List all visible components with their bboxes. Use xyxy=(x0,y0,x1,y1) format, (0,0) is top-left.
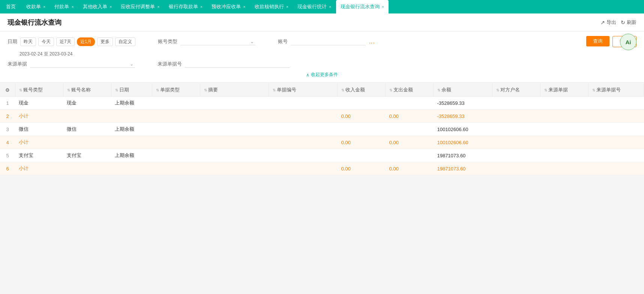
cell-source-doc-no xyxy=(588,123,644,136)
cell-account-name xyxy=(63,162,111,175)
cell-balance: -3528659.33 xyxy=(433,97,492,110)
close-icon[interactable]: × xyxy=(286,4,288,9)
date-btn-1month[interactable]: 近1月 xyxy=(77,37,95,46)
th-counter-name[interactable]: ⇅对方户名 xyxy=(492,84,540,97)
nav-tab-bank-flow[interactable]: 现金银行流水查询 × xyxy=(336,0,389,13)
filter-area: 日期 昨天 今天 近7天 近1月 更多 自定义 账号类型 现金 微信 支付宝 xyxy=(0,31,644,83)
cell-doc-type xyxy=(152,123,200,136)
top-navigation: 首页 收款单 × 付款单 × 其他收入单 × 应收应付调整单 × 银行存取款单 … xyxy=(0,0,644,13)
cell-balance: 19871073.60 xyxy=(433,162,492,175)
close-icon[interactable]: × xyxy=(157,4,159,9)
date-btn-more[interactable]: 更多 xyxy=(97,37,113,46)
cell-expense xyxy=(385,149,433,162)
nav-tab-payments[interactable]: 付款单 × xyxy=(50,0,78,13)
cell-counter-name xyxy=(492,149,540,162)
nav-tab-receipts[interactable]: 收款单 × xyxy=(22,0,50,13)
cell-expense: 0.00 xyxy=(385,110,433,123)
cell-source-doc xyxy=(540,149,588,162)
collapse-icon: ∧ xyxy=(306,72,309,78)
gear-icon[interactable]: ⚙ xyxy=(5,87,10,93)
data-table: ⚙ ⇅账号类型 ⇅账号名称 ⇅日期 ⇅单据类型 ⇅摘要 ⇅单据编 xyxy=(0,84,644,175)
date-btn-today[interactable]: 今天 xyxy=(38,37,54,46)
refresh-button[interactable]: ↻ 刷新 xyxy=(621,19,636,26)
row-num: 3 xyxy=(0,123,15,136)
ai-assistant-badge[interactable]: Ai xyxy=(620,34,636,50)
source-doc-no-filter-group: 来源单据号 xyxy=(158,60,290,68)
table-row: 6小计0.000.0019871073.60 xyxy=(0,162,644,175)
account-no-input[interactable] xyxy=(291,38,366,45)
account-no-dots-button[interactable]: ... xyxy=(369,38,375,45)
th-summary[interactable]: ⇅摘要 xyxy=(200,84,269,97)
th-income[interactable]: ⇅收入金额 xyxy=(337,84,385,97)
th-source-doc[interactable]: ⇅来源单据 xyxy=(540,84,588,97)
date-btn-7days[interactable]: 近7天 xyxy=(56,37,75,46)
nav-tab-bank-deposit[interactable]: 银行存取款单 × xyxy=(164,0,207,13)
date-btn-custom[interactable]: 自定义 xyxy=(115,37,135,46)
cell-income xyxy=(337,97,385,110)
th-doc-no[interactable]: ⇅单据编号 xyxy=(269,84,338,97)
query-button[interactable]: 查询 xyxy=(586,36,609,46)
th-balance[interactable]: ⇅余额 xyxy=(433,84,492,97)
cell-income xyxy=(337,123,385,136)
cell-balance: 19871073.60 xyxy=(433,149,492,162)
date-label: 日期 xyxy=(8,38,17,45)
cell-source-doc-no xyxy=(588,97,644,110)
close-icon[interactable]: × xyxy=(110,4,112,9)
th-doc-type[interactable]: ⇅单据类型 xyxy=(152,84,200,97)
th-date[interactable]: ⇅日期 xyxy=(111,84,152,97)
account-no-filter-group: 账号 ... xyxy=(278,38,375,45)
source-doc-select[interactable] xyxy=(30,60,135,68)
source-doc-no-input[interactable] xyxy=(185,60,290,68)
cell-doc-type xyxy=(152,110,200,123)
row-num: 5 xyxy=(0,149,15,162)
cell-summary xyxy=(200,162,269,175)
cell-source-doc-no xyxy=(588,162,644,175)
close-icon[interactable]: × xyxy=(71,4,74,9)
nav-home[interactable]: 首页 xyxy=(0,0,22,13)
cell-doc-no xyxy=(269,97,338,110)
cell-source-doc xyxy=(540,162,588,175)
th-account-type[interactable]: ⇅账号类型 xyxy=(15,84,63,97)
nav-tab-prepaid[interactable]: 预收冲应收单 × xyxy=(207,0,250,13)
th-expense[interactable]: ⇅支出金额 xyxy=(385,84,433,97)
cell-balance: 100102606.60 xyxy=(433,136,492,149)
cell-account-name xyxy=(63,136,111,149)
nav-tab-verification[interactable]: 收款核销执行 × xyxy=(250,0,293,13)
table-row: 5支付宝支付宝上期余额19871073.60 xyxy=(0,149,644,162)
date-btn-yesterday[interactable]: 昨天 xyxy=(20,37,36,46)
nav-tab-bank-stats[interactable]: 现金银行统计 × xyxy=(293,0,336,13)
close-icon[interactable]: × xyxy=(43,4,45,9)
cell-doc-type xyxy=(152,97,200,110)
account-type-select[interactable]: 现金 微信 支付宝 xyxy=(180,38,255,45)
cell-income: 0.00 xyxy=(337,136,385,149)
close-icon[interactable]: × xyxy=(200,4,203,9)
cell-account-name: 现金 xyxy=(63,97,111,110)
account-type-select-wrapper: 现金 微信 支付宝 xyxy=(180,38,255,45)
cell-income: 0.00 xyxy=(337,162,385,175)
filter-row-1: 日期 昨天 今天 近7天 近1月 更多 自定义 账号类型 现金 微信 支付宝 xyxy=(8,36,636,47)
row-num: 1 xyxy=(0,97,15,110)
cell-account-name: 微信 xyxy=(63,123,111,136)
cell-source-doc xyxy=(540,97,588,110)
page-header: 现金银行流水查询 ↗ 导出 ↻ 刷新 xyxy=(0,13,644,31)
cell-date xyxy=(111,136,152,149)
nav-tab-other-income[interactable]: 其他收入单 × xyxy=(78,0,116,13)
collapse-button[interactable]: ∧ 收起更多条件 xyxy=(306,72,338,78)
th-source-doc-no[interactable]: ⇅来源单据号 xyxy=(588,84,644,97)
account-type-filter-group: 账号类型 现金 微信 支付宝 xyxy=(158,38,255,45)
close-icon[interactable]: × xyxy=(243,4,245,9)
th-gear: ⚙ xyxy=(0,84,15,97)
account-type-label: 账号类型 xyxy=(158,38,177,45)
th-account-name[interactable]: ⇅账号名称 xyxy=(63,84,111,97)
cell-counter-name xyxy=(492,97,540,110)
cell-doc-type xyxy=(152,149,200,162)
cell-doc-no xyxy=(269,110,338,123)
source-doc-no-label: 来源单据号 xyxy=(158,61,182,67)
cell-balance: -3528659.33 xyxy=(433,110,492,123)
export-button[interactable]: ↗ 导出 xyxy=(600,19,616,26)
close-icon[interactable]: × xyxy=(329,4,331,9)
cell-source-doc xyxy=(540,110,588,123)
date-range-text: 2023-02-24 至 2023-03-24 xyxy=(20,51,72,57)
nav-tab-adjustment[interactable]: 应收应付调整单 × xyxy=(116,0,164,13)
close-icon[interactable]: × xyxy=(382,4,384,9)
